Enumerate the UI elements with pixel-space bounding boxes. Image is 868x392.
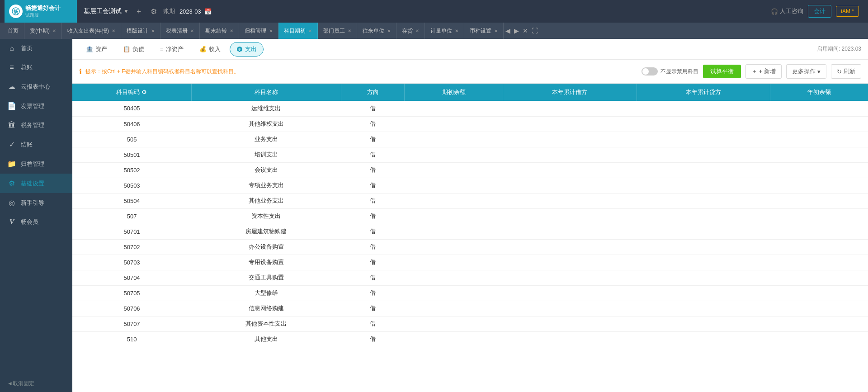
cell-name: 房屋建筑物购建 [191,224,341,239]
table-row[interactable]: 50707 其他资本性支出 借 [72,316,868,331]
sidebar-item-invoice[interactable]: 📄 发票管理 [0,96,72,116]
sidebar-item-tax[interactable]: 🏛 税务管理 [0,116,72,135]
cell-ytd-debit [503,239,637,255]
tab-archive[interactable]: 归档管理 ✕ [239,23,278,39]
table-row[interactable]: 50502 会议支出 借 [72,162,868,178]
tab-expand[interactable]: ⛶ [530,26,540,35]
tab-close-tax[interactable]: ✕ [190,28,194,33]
tab-units[interactable]: 往来单位 ✕ [357,23,396,39]
table-row[interactable]: 50702 办公设备购置 借 [72,239,868,255]
cell-ytd-debit [503,255,637,270]
tab-close-inventory[interactable]: ✕ [415,28,419,33]
tab-close-all[interactable]: ✕ [521,26,530,35]
sidebar-item-close[interactable]: ✓ 结账 [0,135,72,154]
sidebar-label-settings: 基础设置 [21,179,44,188]
tab-unit[interactable]: 计量单位 ✕ [425,23,464,39]
sidebar-item-reports[interactable]: ☁ 云报表中心 [0,77,72,96]
table-row[interactable]: 50706 信息网络购建 借 [72,301,868,316]
add-company-button[interactable]: ＋ [133,5,144,18]
sidebar-item-home[interactable]: ⌂ 首页 [0,39,72,58]
sub-tab-expense[interactable]: 支 支出 [230,42,264,57]
toolbar-right: 不显示禁用科目 试算平衡 ＋ + 新增 更多操作 ▾ ↻ 刷新 [642,64,861,79]
sub-tab-asset-label: 资产 [95,45,107,53]
gear-icon: ⚙ [7,179,16,188]
customer-service-button[interactable]: 🎧 人工咨询 [771,7,803,15]
company-name[interactable]: 基层工会测试 ▼ [84,7,129,15]
cell-name: 其他支出 [191,331,341,347]
tab-close-currency[interactable]: ✕ [494,28,498,33]
tab-dept[interactable]: 部门员工 ✕ [318,23,357,39]
sidebar-item-guide[interactable]: ◎ 新手引导 [0,193,72,213]
tab-close-template[interactable]: ✕ [151,28,155,33]
cloud-icon: ☁ [7,82,16,91]
cell-begin-balance [770,208,868,224]
tab-close-subject[interactable]: ✕ [308,28,312,33]
member-icon: V [7,218,16,226]
sub-tab-net-asset[interactable]: ≡ 净资产 [153,42,190,57]
table-row[interactable]: 50701 房屋建筑物购建 借 [72,224,868,239]
top-right: 🎧 人工咨询 会计 iAM * [771,5,863,18]
balance-button[interactable]: 试算平衡 [703,65,741,78]
cell-ytd-debit [503,208,637,224]
add-button[interactable]: ＋ + 新增 [745,64,782,79]
sub-tab-liability[interactable]: 📋 负债 [116,42,151,57]
tab-close-income[interactable]: ✕ [112,28,115,33]
sub-tab-asset[interactable]: 🏦 资产 [79,42,114,57]
table-row[interactable]: 505 业务支出 借 [72,132,868,147]
table-row[interactable]: 50405 运维维支出 借 [72,101,868,116]
refresh-button[interactable]: ↻ 刷新 [831,64,861,79]
tab-currency[interactable]: 币种设置 ✕ [464,23,504,39]
account-button[interactable]: 会计 [808,5,831,18]
sidebar-item-settings[interactable]: ⚙ 基础设置 [0,174,72,193]
table-row[interactable]: 50406 其他维权支出 借 [72,116,868,132]
sidebar-collapse-button[interactable]: ◄取消固定 [0,375,72,392]
table-row[interactable]: 507 资本性支出 借 [72,208,868,224]
tab-close-unit[interactable]: ✕ [455,28,458,33]
tab-nav-left[interactable]: ◀ [504,26,512,35]
cell-ytd-credit [637,193,770,208]
table-row[interactable]: 50503 专项业务支出 借 [72,178,868,193]
more-button[interactable]: 更多操作 ▾ [786,64,826,79]
cell-ytd-debit [503,162,637,178]
col-settings-icon[interactable]: ⚙ [142,89,147,95]
tab-close-units[interactable]: ✕ [387,28,391,33]
tab-income[interactable]: 收入支出表(年报) ✕ [62,23,121,39]
cell-begin-balance [770,239,868,255]
close-book-icon: ✓ [7,140,16,149]
tab-mid[interactable]: 贡(中期) ✕ [24,23,62,39]
iam-badge[interactable]: iAM * [836,6,859,17]
table-row[interactable]: 510 其他支出 借 [72,331,868,347]
sub-tab-income[interactable]: 💰 收入 [193,42,227,57]
tab-subject-period[interactable]: 科目期初 ✕ [278,23,318,39]
cell-direction: 借 [341,270,404,285]
tab-nav-right[interactable]: ▶ [512,26,521,35]
cell-begin-balance [770,331,868,347]
cell-direction: 借 [341,285,404,301]
cell-name: 大型修缮 [191,285,341,301]
cell-begin-balance [770,178,868,193]
tab-home[interactable]: 首页 [2,23,24,39]
toggle-disabled-switch[interactable] [642,67,658,76]
table-row[interactable]: 50501 培训支出 借 [72,147,868,162]
subject-table: 科目编码 ⚙ 科目名称 方向 期初余额 本年累计借方 本年累计贷方 年初余额 5… [72,84,868,347]
cell-period-balance [405,162,503,178]
table-row[interactable]: 50705 大型修缮 借 [72,285,868,301]
settings-icon-button[interactable]: ⚙ [149,5,159,18]
cell-code: 50503 [72,178,191,193]
tab-template[interactable]: 模版设计 ✕ [121,23,160,39]
tab-period-end[interactable]: 期末结转 ✕ [200,23,239,39]
tab-close-archive[interactable]: ✕ [269,28,273,33]
sidebar-item-member[interactable]: V 畅会员 [0,213,72,231]
sidebar-item-archive[interactable]: 📁 归档管理 [0,154,72,174]
table-row[interactable]: 50504 其他业务支出 借 [72,193,868,208]
sidebar-item-ledger[interactable]: ≡ 总账 [0,58,72,77]
tab-close-period-end[interactable]: ✕ [230,28,233,33]
table-row[interactable]: 50703 专用设备购置 借 [72,255,868,270]
tab-close-mid[interactable]: ✕ [52,28,56,33]
cell-ytd-debit [503,116,637,132]
table-row[interactable]: 50704 交通工具购置 借 [72,270,868,285]
tab-close-dept[interactable]: ✕ [348,28,351,33]
tab-inventory[interactable]: 存货 ✕ [396,23,425,39]
sidebar-label-home: 首页 [21,44,33,52]
tab-tax[interactable]: 税表清册 ✕ [160,23,200,39]
